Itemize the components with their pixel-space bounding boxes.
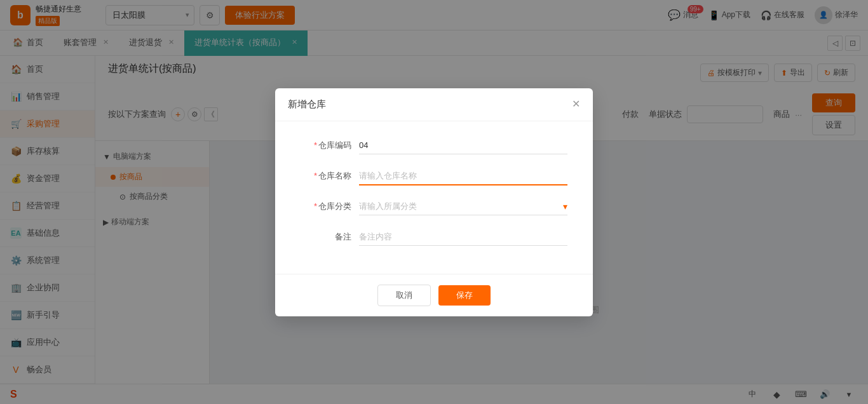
- category-input[interactable]: [359, 201, 563, 211]
- form-row-code: 仓库编码: [301, 137, 567, 154]
- modal-overlay[interactable]: 新增仓库 ✕ 仓库编码 仓库名称 仓库分类 ▾: [0, 0, 868, 404]
- new-warehouse-modal: 新增仓库 ✕ 仓库编码 仓库名称 仓库分类 ▾: [275, 88, 593, 316]
- category-select-wrap[interactable]: ▾: [359, 198, 567, 215]
- form-row-name: 仓库名称: [301, 167, 567, 185]
- note-label: 备注: [301, 231, 351, 243]
- modal-footer: 取消 保存: [275, 274, 593, 316]
- modal-header: 新增仓库 ✕: [275, 88, 593, 121]
- form-row-category: 仓库分类 ▾: [301, 198, 567, 215]
- modal-title: 新增仓库: [288, 98, 326, 111]
- note-input[interactable]: [359, 228, 567, 246]
- category-dropdown-icon: ▾: [563, 201, 567, 212]
- name-input[interactable]: [359, 167, 567, 185]
- cancel-button[interactable]: 取消: [377, 285, 431, 306]
- name-label: 仓库名称: [301, 170, 351, 182]
- code-input[interactable]: [359, 137, 567, 154]
- save-button[interactable]: 保存: [438, 285, 491, 306]
- modal-close-button[interactable]: ✕: [572, 99, 580, 109]
- form-row-note: 备注: [301, 228, 567, 246]
- modal-body: 仓库编码 仓库名称 仓库分类 ▾ 备注: [275, 121, 593, 274]
- category-label: 仓库分类: [301, 201, 351, 212]
- code-label: 仓库编码: [301, 140, 351, 151]
